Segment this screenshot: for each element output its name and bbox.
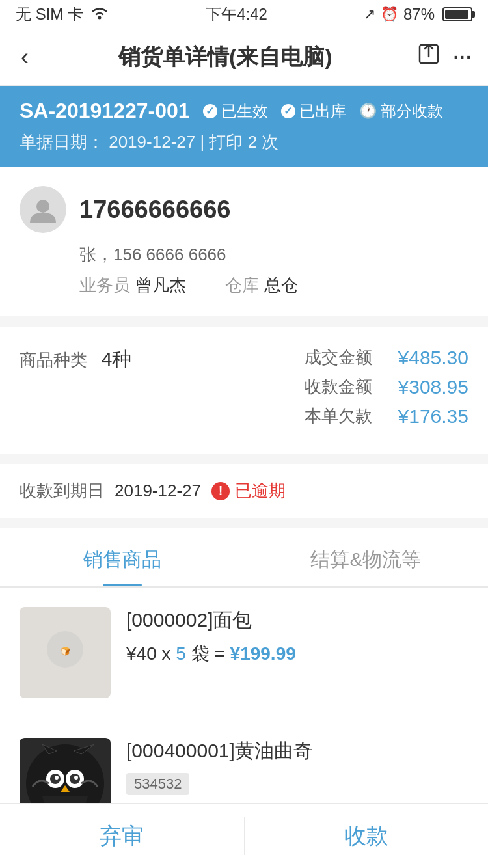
product-types-count: 4种 <box>102 348 132 370</box>
nav-bar: ‹ 销货单详情(来自电脑) ··· <box>0 29 488 86</box>
bottom-bar: 弃审 收款 <box>0 803 488 868</box>
check-icon-2: ✓ <box>281 104 295 118</box>
product-name-2: [000400001]黄油曲奇 <box>126 738 468 765</box>
status-activated: ✓ 已生效 <box>203 101 268 122</box>
confirm-button[interactable]: 收款 <box>245 804 489 868</box>
customer-name: 张，156 6666 6666 <box>20 243 468 266</box>
owed-label: 本单欠款 <box>305 405 372 427</box>
product-sku-2: 534532 <box>126 773 189 795</box>
due-date-value: 2019-12-27 <box>115 481 201 501</box>
customer-avatar <box>20 186 66 233</box>
status-bar: 无 SIM 卡 下午4:42 ↗ ⏰ 87% <box>0 0 488 29</box>
nav-actions: ··· <box>417 42 472 72</box>
due-label: 收款到期日 <box>20 480 104 502</box>
status-left: 无 SIM 卡 <box>16 4 109 25</box>
status-partial: 🕐 部分收款 <box>359 101 443 122</box>
customer-section: 17666666666 张，156 6666 6666 业务员 曾凡杰 仓库 总… <box>0 167 488 316</box>
svg-text:🍞: 🍞 <box>61 646 70 656</box>
customer-phone: 17666666666 <box>79 196 230 224</box>
page-title: 销货单详情(来自电脑) <box>34 42 417 72</box>
salesperson-value: 曾凡杰 <box>135 274 186 297</box>
status-shipped: ✓ 已出库 <box>281 101 346 122</box>
time-display: 下午4:42 <box>206 4 267 25</box>
tab-products[interactable]: 销售商品 <box>0 528 244 586</box>
carrier-text: 无 SIM 卡 <box>16 4 83 25</box>
location-icon: ↗ <box>364 6 375 23</box>
battery-percent: 87% <box>403 5 435 23</box>
salesperson-label: 业务员 <box>79 274 130 297</box>
check-icon-1: ✓ <box>203 104 217 118</box>
svg-point-3 <box>36 200 49 213</box>
product-name-1: [0000002]面包 <box>126 607 468 634</box>
customer-meta: 业务员 曾凡杰 仓库 总仓 <box>20 274 468 297</box>
amount-row: 成交金额 ¥485.30 <box>305 346 468 369</box>
summary-section: 商品种类 4种 成交金额 ¥485.30 收款金额 ¥308.95 本单欠款 ¥… <box>0 327 488 454</box>
product-qty-1: 5 <box>176 644 186 664</box>
tabs-section: 销售商品 结算&物流等 <box>0 528 488 588</box>
warehouse-label: 仓库 <box>225 274 259 297</box>
amount-label: 成交金额 <box>305 346 372 369</box>
alarm-icon: ⏰ <box>381 6 398 23</box>
received-row: 收款金额 ¥308.95 <box>305 375 468 398</box>
wifi-icon <box>90 5 109 23</box>
svg-point-12 <box>74 776 78 780</box>
received-value: ¥308.95 <box>398 376 468 398</box>
tabs-row: 销售商品 结算&物流等 <box>0 528 488 587</box>
share-button[interactable] <box>417 42 441 72</box>
order-header: SA-20191227-001 ✓ 已生效 ✓ 已出库 🕐 部分收款 单据日期：… <box>0 86 488 167</box>
overdue-text: 已逾期 <box>235 480 286 502</box>
back-button[interactable]: ‹ <box>16 38 34 76</box>
product-info-1: [0000002]面包 ¥40 x 5 袋 = ¥199.99 <box>126 607 468 666</box>
overdue-icon: ! <box>211 482 230 500</box>
cancel-button[interactable]: 弃审 <box>0 804 244 868</box>
amounts-container: 成交金额 ¥485.30 收款金额 ¥308.95 本单欠款 ¥176.35 <box>305 346 468 434</box>
product-price-1: ¥40 x 5 袋 = ¥199.99 <box>126 642 468 666</box>
svg-point-11 <box>55 776 59 780</box>
more-button[interactable]: ··· <box>454 47 472 68</box>
owed-row: 本单欠款 ¥176.35 <box>305 405 468 427</box>
product-item-1: 🍞 [0000002]面包 ¥40 x 5 袋 = ¥199.99 <box>0 588 488 718</box>
received-label: 收款金额 <box>305 375 372 398</box>
battery-icon <box>442 7 472 21</box>
warehouse-value: 总仓 <box>264 274 298 297</box>
due-date-section: 收款到期日 2019-12-27 ! 已逾期 <box>0 464 488 518</box>
product-types-label: 商品种类 <box>20 350 87 370</box>
product-image-1: 🍞 <box>20 607 111 698</box>
owed-value: ¥176.35 <box>398 405 468 427</box>
svg-point-0 <box>98 16 102 20</box>
amount-value: ¥485.30 <box>398 347 468 369</box>
product-total-1: ¥199.99 <box>230 644 296 664</box>
status-right: ↗ ⏰ 87% <box>364 5 472 23</box>
tab-settlement[interactable]: 结算&物流等 <box>244 528 488 586</box>
order-id: SA-20191227-001 <box>20 99 190 123</box>
overdue-badge: ! 已逾期 <box>211 480 286 502</box>
product-types-container: 商品种类 4种 <box>20 346 131 373</box>
order-date-row: 单据日期： 2019-12-27 | 打印 2 次 <box>20 131 468 154</box>
